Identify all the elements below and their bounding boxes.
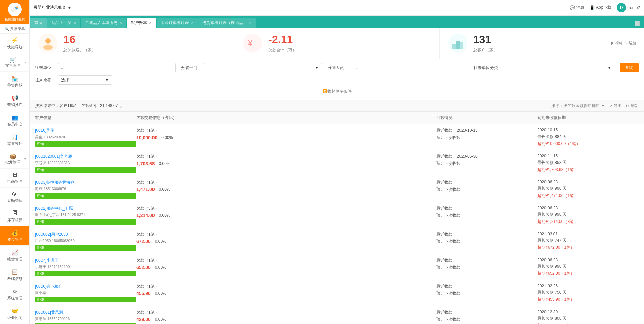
sidebar-item-marketing[interactable]: 📢 营销推广	[0, 91, 29, 111]
table-row: [0007]小进干 小进干 18279152100 现销 欠款（1笔） 652.…	[30, 254, 644, 280]
tab-production-history[interactable]: 产成品入库单历史 ✕	[81, 18, 126, 28]
sidebar-item-basic-info[interactable]: 📋 基础信息	[0, 265, 29, 285]
due-date-info-0007: 2020.06.23 最长欠款 998 天 超期¥652.00（1笔）	[537, 258, 639, 276]
tab-products-off[interactable]: 商品上下架 ✕	[47, 18, 80, 28]
overdue-text-000001[interactable]: 超期¥429.00（1笔）	[537, 323, 639, 324]
debt-count-000002: 欠款（1笔）	[136, 232, 159, 237]
overdue-text-0006[interactable]: 超期¥455.90（1笔）	[537, 297, 639, 302]
overdue-text-000002[interactable]: 超期¥672.00（1笔）	[537, 245, 639, 251]
tab-production-history-close[interactable]: ✕	[119, 21, 122, 25]
purchase-icon: 🛍	[12, 191, 18, 197]
sidebar-label-retail-mall: 零售商城	[7, 83, 22, 88]
sidebar-item-retail-mgmt[interactable]: 🛒 零售管理 ▲	[0, 53, 29, 72]
unit-type-label: 往来单位分类	[474, 65, 498, 71]
table-row: [0002]服务中心_丁磊 服务中心_丁磊 181 0125 8371 现销 欠…	[30, 202, 644, 228]
balance-select[interactable]: 选择... ▼	[58, 75, 112, 85]
debt-amount-000002: 672.00	[136, 239, 151, 244]
svg-rect-6	[452, 44, 456, 49]
customer-tag-000002: 现销	[35, 245, 136, 251]
export-btn[interactable]: ↗ 导出	[609, 103, 622, 109]
help-label[interactable]: ? 帮助	[625, 41, 636, 46]
customer-name-0016[interactable]: [0016]吴俊	[35, 128, 136, 134]
video-label[interactable]: ▶ 视频	[611, 41, 623, 46]
customer-name-00010200001[interactable]: [0001020001]李老师	[35, 154, 136, 159]
customer-name-0002[interactable]: [0002]服务中心_丁磊	[35, 206, 136, 211]
header-right: 💬 消息 📱 App下载 D demo2	[570, 3, 640, 12]
tab-goods-stats-close[interactable]: ✕	[249, 21, 252, 25]
overdue-text-0007[interactable]: 超期¥652.00（1笔）	[537, 271, 639, 276]
sidebar-label-purchase: 采购管理	[7, 198, 22, 203]
tab-purchase-order-close[interactable]: ✕	[191, 21, 194, 25]
sidebar-item-purchase[interactable]: 🛍 采购管理	[0, 188, 29, 207]
overdue-text-00010200001[interactable]: 超期¥1,703.68（1笔）	[537, 167, 639, 173]
tab-purchase-order-label: 采购订单统计表	[161, 20, 189, 26]
next-payment-label-000002: 预计下次收款	[436, 239, 537, 244]
sidebar-item-enterprise[interactable]: 🤝 企业协同	[0, 304, 29, 324]
logo-icon: 🍼	[8, 3, 22, 16]
svg-text:¥: ¥	[248, 38, 253, 48]
next-payment-label-0002: 预计下次收款	[436, 213, 537, 218]
tab-minimize-btn[interactable]: —	[624, 20, 632, 28]
svg-point-3	[243, 34, 262, 53]
sidebar-label-ecommerce: 电商管理	[7, 179, 22, 184]
tab-customer-account-close[interactable]: ✕	[149, 21, 152, 25]
debt-amount-0016: 10,000.00	[136, 135, 157, 140]
due-date-info-000001: 2020.12.30 最长欠款 808 天 超期¥429.00（1笔）	[537, 310, 639, 324]
customer-name-0006[interactable]: [0006]去下粮仓	[35, 284, 136, 289]
message-btn[interactable]: 💬 消息	[570, 5, 584, 10]
tab-maximize-btn[interactable]: ⬜	[633, 20, 641, 28]
sidebar-item-member[interactable]: 👥 会员中心	[0, 111, 29, 130]
overdue-text-0016[interactable]: 超期¥10,000.00（1笔）	[537, 141, 639, 147]
table-container: 客户信息 欠款交易信息（占比） 回款情况 到期未收款日期 [0016]吴俊 吴俊…	[30, 112, 644, 324]
sidebar-item-inventory[interactable]: 🗄 库存核算	[0, 207, 29, 226]
overdue-text-0003[interactable]: 超期¥1,471.00（1笔）	[537, 193, 639, 199]
refresh-btn[interactable]: ↻ 刷新	[626, 103, 639, 109]
debt-ratio-0002: 0.00%	[159, 213, 170, 218]
customer-name-000002[interactable]: [000002]用户2050	[35, 232, 136, 237]
search-button[interactable]: 查询	[620, 63, 639, 72]
overdue-text-0002[interactable]: 超期¥1,214.00（3笔）	[537, 219, 639, 225]
recovery-info-000001: 最近收款 预计下次收款	[436, 310, 537, 322]
tab-customer-account[interactable]: 客户账本 ✕	[127, 18, 156, 28]
debt-count-0006: 欠款（1笔）	[136, 284, 159, 289]
debt-amount-info: -2.11 欠款合计（万）	[268, 33, 297, 53]
sidebar-item-finance[interactable]: 💰 资金管理	[0, 226, 29, 246]
tab-purchase-order[interactable]: 采购订单统计表 ✕	[157, 18, 198, 28]
sidebar-item-operations[interactable]: 📈 经营管理	[0, 246, 29, 265]
debt-info-0002: 欠款（3笔） 1,214.00 0.00%	[136, 206, 436, 218]
due-date-000002: 2021.03.01	[537, 232, 639, 236]
sidebar-item-retail-stats[interactable]: 📊 零售统计	[0, 130, 29, 150]
dept-select[interactable]: ▼	[204, 63, 322, 72]
sidebar-item-system[interactable]: ⚙ 系统管理	[0, 285, 29, 304]
debt-count-0002: 欠款（3笔）	[136, 206, 159, 211]
sidebar-item-retail-mall[interactable]: 🏪 零售商城	[0, 72, 29, 91]
customer-name-0003[interactable]: [0003]畅捷服务尹海燕	[35, 180, 136, 185]
customer-name-000001[interactable]: [000001]黄思源	[35, 310, 136, 315]
tab-goods-stats[interactable]: 进货单统计表（按商品） ✕	[198, 18, 256, 28]
person-input[interactable]: ...	[351, 63, 468, 72]
customer-tag-0002: 现销	[35, 219, 136, 225]
sidebar-label-member: 会员中心	[7, 122, 22, 127]
app-download-btn[interactable]: 📱 App下载	[590, 5, 611, 10]
tab-bar-right: — ⬜	[621, 20, 644, 28]
sidebar-item-quick-nav[interactable]: ⚡ 快捷导航	[0, 34, 29, 53]
tab-products-off-close[interactable]: ✕	[74, 21, 76, 25]
message-icon: 💬	[570, 5, 575, 10]
from-unit-input[interactable]: ...	[58, 63, 176, 72]
user-avatar[interactable]: D demo2	[617, 3, 640, 12]
search-menu[interactable]: 🔍 搜索菜单	[0, 24, 29, 34]
sort-label[interactable]: 排序：按欠款金额倒序排序 ▼	[551, 103, 605, 109]
sidebar-item-batch-mgmt[interactable]: 📦 批发管理 ▼	[0, 150, 29, 169]
customer-name-0007[interactable]: [0007]小进干	[35, 258, 136, 263]
debt-info-0003: 欠款（1笔） 1,471.00 0.00%	[136, 180, 436, 192]
unit-type-select[interactable]: ▼	[501, 63, 614, 72]
max-days-0002: 最长欠款 998 天	[537, 212, 639, 217]
tab-home[interactable]: 首页	[30, 18, 47, 28]
sidebar-item-ecommerce[interactable]: 🖥 电商管理	[0, 169, 29, 188]
debt-ratio-0006: 0.00%	[155, 291, 166, 296]
debt-amount-0002: 1,214.00	[136, 213, 155, 218]
collapse-icon: ⏫	[322, 89, 327, 94]
company-select[interactable]: 母婴行业演示账套 ▼	[34, 5, 72, 10]
last-payment-label-000001: 最近收款	[436, 310, 537, 315]
collapse-btn[interactable]: ⏫ 收起更多条件	[35, 87, 639, 96]
